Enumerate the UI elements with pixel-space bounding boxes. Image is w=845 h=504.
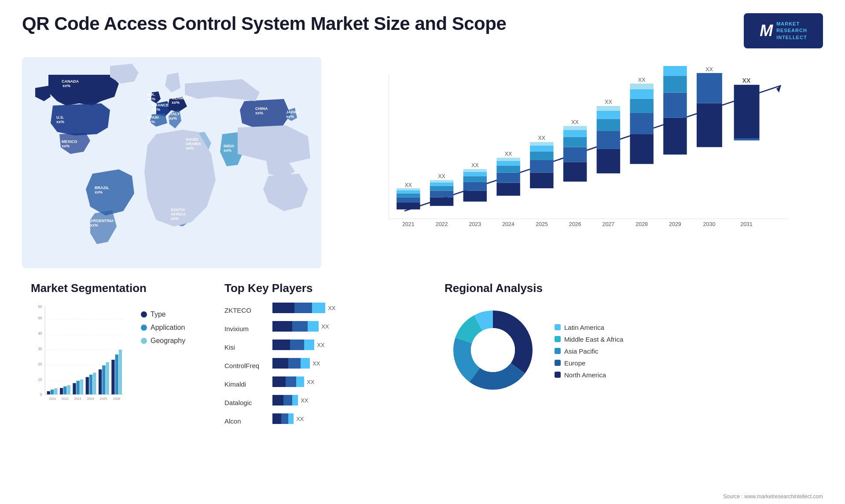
reg-label-europe: Europe	[564, 359, 585, 367]
svg-rect-47	[430, 183, 453, 186]
logo-area: M MARKETRESEARCHINTELLECT	[744, 13, 823, 48]
reg-legend-latin: Latin America	[555, 324, 623, 331]
top-section: CANADA xx% U.S. xx% MEXICO xx% BRAZIL xx…	[22, 57, 823, 268]
players-list: ZKTECO Invixium Kisi ControlFreq Kimaldi…	[224, 302, 418, 427]
svg-rect-81	[597, 119, 620, 131]
regional-content: Latin America Middle East & Africa Asia …	[445, 302, 814, 400]
bar-label-controlfreq: XX	[312, 360, 320, 367]
segmentation-title: Market Segmentation	[31, 281, 198, 295]
svg-rect-126	[63, 386, 66, 394]
donut-chart	[445, 302, 541, 398]
reg-dot-latin	[555, 324, 561, 330]
svg-text:50: 50	[38, 316, 42, 320]
svg-text:AFRICA: AFRICA	[171, 212, 186, 216]
player-alcon: Alcon	[224, 415, 259, 427]
svg-rect-60	[496, 165, 520, 172]
svg-text:xx%: xx%	[152, 107, 160, 112]
reg-dot-northamerica	[555, 372, 561, 378]
svg-rect-143	[119, 350, 122, 394]
svg-rect-76	[563, 126, 587, 130]
legend-dot-application	[141, 325, 147, 331]
svg-rect-89	[630, 89, 653, 99]
player-controlfreq: ControlFreq	[224, 359, 259, 372]
legend-dot-type	[141, 311, 147, 318]
svg-rect-121	[47, 391, 50, 394]
segmentation-chart: 0 10 20 30 40 50 60	[31, 302, 128, 416]
legend-label-type: Type	[151, 310, 166, 318]
svg-rect-58	[496, 183, 520, 196]
bar-row-kisi: XX	[272, 339, 418, 351]
growth-bar-chart: XX 2021 XX 2022 XX 2023	[352, 66, 810, 246]
key-players-panel: Top Key Players ZKTECO Invixium Kisi Con…	[216, 277, 427, 444]
svg-text:XX: XX	[605, 99, 612, 105]
svg-text:BRAZIL: BRAZIL	[95, 186, 109, 190]
svg-text:2021: 2021	[49, 397, 56, 401]
segmentation-legend: Type Application Geography	[141, 302, 185, 345]
svg-text:0: 0	[40, 393, 42, 397]
svg-text:2025: 2025	[100, 397, 107, 401]
svg-text:ARABIA: ARABIA	[186, 142, 201, 146]
player-invixium: Invixium	[224, 322, 259, 335]
svg-rect-39	[397, 194, 420, 197]
svg-rect-61	[496, 161, 520, 166]
growth-chart-container: XX 2021 XX 2022 XX 2023	[330, 57, 823, 268]
bar-label-alcon: XX	[296, 416, 304, 422]
svg-rect-59	[496, 172, 520, 183]
reg-label-asia: Asia Pacific	[564, 347, 599, 355]
svg-rect-104	[734, 139, 760, 140]
segmentation-svg: 0 10 20 30 40 50 60	[31, 302, 128, 415]
svg-rect-87	[630, 113, 653, 134]
svg-rect-135	[93, 373, 96, 394]
regional-panel: Regional Analysis	[436, 277, 823, 444]
legend-label-geography: Geography	[151, 337, 185, 345]
svg-rect-55	[463, 169, 487, 172]
bar-row-zkteco: XX	[272, 302, 418, 314]
svg-text:2026: 2026	[569, 221, 581, 227]
svg-rect-95	[663, 76, 687, 92]
svg-text:U.K.: U.K.	[147, 92, 155, 97]
svg-text:INDIA: INDIA	[224, 144, 235, 148]
svg-rect-62	[496, 158, 520, 161]
svg-text:60: 60	[38, 305, 42, 309]
reg-dot-europe	[555, 360, 561, 366]
svg-text:ARGENTINA: ARGENTINA	[90, 219, 114, 223]
svg-rect-38	[397, 197, 420, 203]
bar-row-invixium: XX	[272, 320, 418, 332]
reg-legend-europe: Europe	[555, 359, 623, 367]
player-names: ZKTECO Invixium Kisi ControlFreq Kimaldi…	[224, 302, 259, 427]
svg-text:xx%: xx%	[62, 144, 70, 148]
svg-text:FRANCE: FRANCE	[152, 103, 169, 107]
svg-text:2022: 2022	[62, 397, 69, 401]
page-container: QR Code Access Control System Market Siz…	[0, 0, 845, 504]
segmentation-panel: Market Segmentation 0 10 20 30 40 50	[22, 277, 207, 444]
svg-rect-67	[530, 151, 553, 160]
svg-text:xx%: xx%	[169, 116, 177, 121]
svg-text:XX: XX	[505, 151, 512, 157]
svg-rect-73	[563, 147, 587, 162]
svg-text:GERMANY: GERMANY	[172, 96, 192, 100]
svg-rect-66	[530, 160, 553, 173]
logo-letter: M	[760, 22, 773, 40]
logo-line1: MARKETRESEARCHINTELLECT	[776, 21, 807, 41]
regional-legend: Latin America Middle East & Africa Asia …	[555, 324, 623, 379]
svg-rect-51	[463, 190, 487, 201]
header: QR Code Access Control System Market Siz…	[22, 13, 823, 48]
svg-rect-86	[630, 134, 653, 164]
svg-point-150	[471, 328, 515, 372]
svg-rect-45	[430, 190, 453, 197]
reg-label-northamerica: North America	[564, 371, 606, 379]
player-kimaldi: Kimaldi	[224, 378, 259, 390]
svg-rect-133	[86, 377, 89, 394]
svg-rect-142	[115, 354, 118, 394]
svg-text:xx%: xx%	[286, 114, 294, 119]
regional-title: Regional Analysis	[445, 281, 814, 295]
svg-rect-83	[597, 106, 620, 111]
svg-rect-125	[60, 388, 63, 394]
svg-text:ITALY: ITALY	[169, 112, 180, 116]
svg-rect-82	[597, 111, 620, 119]
svg-text:xx%: xx%	[56, 120, 64, 124]
svg-rect-134	[89, 375, 92, 394]
svg-rect-75	[563, 130, 587, 137]
svg-text:JAPAN: JAPAN	[286, 110, 299, 114]
reg-legend-northamerica: North America	[555, 371, 623, 379]
